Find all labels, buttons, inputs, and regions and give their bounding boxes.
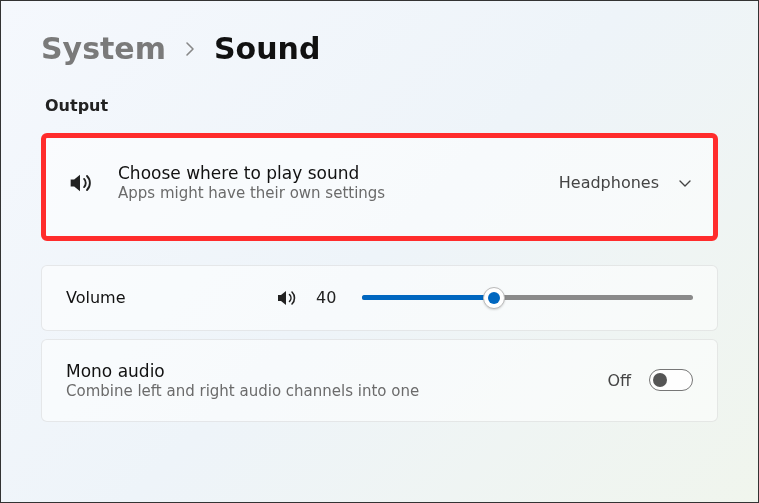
toggle-knob — [653, 373, 667, 387]
output-device-value: Headphones — [559, 173, 693, 192]
chevron-right-icon — [184, 40, 196, 61]
breadcrumb-current: Sound — [214, 31, 320, 66]
breadcrumb: System Sound — [41, 31, 718, 66]
output-device-title: Choose where to play sound — [118, 162, 535, 184]
slider-thumb[interactable] — [483, 287, 505, 309]
output-device-card[interactable]: Choose where to play sound Apps might ha… — [41, 133, 718, 241]
output-device-selected: Headphones — [559, 173, 659, 192]
mono-audio-title: Mono audio — [66, 360, 583, 382]
section-label-output: Output — [41, 96, 718, 115]
breadcrumb-parent[interactable]: System — [41, 31, 166, 66]
mono-audio-state-label: Off — [607, 371, 631, 390]
chevron-down-icon[interactable] — [677, 175, 693, 191]
mono-audio-subtitle: Combine left and right audio channels in… — [66, 382, 583, 402]
mono-audio-toggle[interactable] — [649, 369, 693, 391]
slider-fill — [362, 295, 494, 300]
mono-audio-card: Mono audio Combine left and right audio … — [41, 339, 718, 423]
speaker-icon — [66, 169, 94, 197]
volume-card: Volume 40 — [41, 265, 718, 331]
output-device-subtitle: Apps might have their own settings — [118, 184, 535, 204]
output-device-text: Choose where to play sound Apps might ha… — [118, 162, 535, 204]
speaker-volume-icon[interactable] — [274, 286, 298, 310]
volume-value: 40 — [316, 288, 344, 307]
mono-audio-right: Off — [607, 369, 693, 391]
mono-audio-text: Mono audio Combine left and right audio … — [66, 360, 583, 402]
volume-slider[interactable] — [362, 286, 693, 310]
volume-label: Volume — [66, 288, 256, 307]
